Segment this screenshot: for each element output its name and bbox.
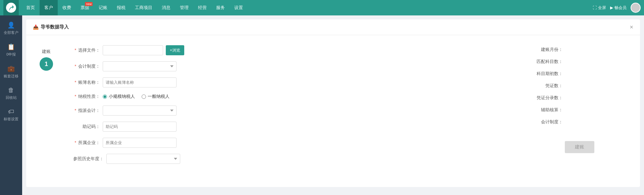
memo-input[interactable] [103,122,177,132]
content-area: 📥 导爷数据导入 × 建账 1 * 选择 [22,15,644,195]
required-mark: * [75,48,76,53]
assign-accountant-row: * 指派会计： [73,106,512,116]
nav-item-home[interactable]: 首页 [21,0,40,15]
sidebar-item-label: 回收站 [6,95,17,100]
required-mark: * [75,94,76,99]
nav-item-invoices[interactable]: 票据 new [76,0,94,15]
step-label: 建账 [42,49,51,55]
account-system2-row: 会计制度： [533,119,627,125]
sidebar-item-label: 全部客户 [4,30,18,35]
sidebar: 👤 全部客户 📋 0申报 💼 账套迁移 🗑 回收站 🏷 标签设置 [0,15,22,195]
assign-accountant-select[interactable] [103,106,177,116]
ref-history-label: 参照历史年度： [73,156,104,162]
all-customers-icon: 👤 [7,21,15,29]
ref-history-select[interactable] [106,154,180,164]
aux-accounting-row: 辅助核算： [533,107,627,113]
belong-company-label: * 所属企业： [73,140,100,146]
vip-icon: ▶ [610,5,613,10]
main-layout: 👤 全部客户 📋 0申报 💼 账套迁移 🗑 回收站 🏷 标签设置 📥 导爷 [0,15,644,195]
sidebar-item-migration[interactable]: 💼 账套迁移 [0,62,22,82]
sidebar-item-recycle[interactable]: 🗑 回收站 [0,83,22,104]
vip-btn[interactable]: ▶ 畅会员 [610,5,627,11]
voucher-count-label: 凭证数： [533,83,563,89]
match-subjects-row: 匹配科目数： [533,59,627,65]
voucher-entries-label: 凭证分录数： [533,95,563,101]
required-mark: * [75,80,76,85]
ref-history-row: 参照历史年度： [73,154,512,164]
account-system-select[interactable] [103,61,177,71]
sidebar-item-label: 0申报 [6,52,16,57]
info-section: 建账月份： 匹配科目数： 科目期初数： 凭证数： [533,45,627,164]
browse-button[interactable]: +浏览 [166,45,184,55]
nav-item-manage[interactable]: 管理 [175,0,193,15]
assign-accountant-label: * 指派会计： [73,108,100,114]
zero-report-icon: 📋 [7,43,15,51]
sidebar-item-tags[interactable]: 🏷 标签设置 [0,105,22,125]
sidebar-item-zero-report[interactable]: 📋 0申报 [0,40,22,60]
dialog-title: 📥 导爷数据导入 [33,24,69,30]
match-subjects-label: 匹配科目数： [533,59,563,65]
dialog-title-icon: 📥 [33,24,39,30]
radio-small-taxpayer[interactable]: 小规模纳税人 [103,93,135,100]
memo-row: 助记码： [73,122,512,132]
nav-item-settings[interactable]: 设置 [230,0,248,15]
voucher-count-row: 凭证数： [533,83,627,89]
account-system-label: * 会计制度： [73,63,100,69]
belong-company-row: * 所属企业： [73,138,512,148]
memo-label: 助记码： [73,124,100,130]
new-badge: new [85,2,93,6]
file-label: * 选择文件： [73,47,100,53]
radio-small-input[interactable] [103,94,107,99]
dialog-body: 建账 1 * 选择文件： +浏览 [26,35,640,174]
tags-icon: 🏷 [8,108,14,115]
radio-general-input[interactable] [142,94,146,99]
sidebar-item-label: 账套迁移 [4,74,18,79]
ledger-name-input[interactable] [103,77,177,87]
radio-general-taxpayer[interactable]: 一般纳税人 [142,93,169,100]
voucher-entries-row: 凭证分录数： [533,95,627,101]
nav-item-fees[interactable]: 收费 [58,0,76,15]
nav-items: 首页 客户 收费 票据 new 记账 报税 工商项目 消息 管理 经营 服务 设… [21,0,593,15]
build-month-row: 建账月份： [533,47,627,53]
required-mark: * [75,140,76,145]
top-nav: 首页 客户 收费 票据 new 记账 报税 工商项目 消息 管理 经营 服务 设… [0,0,644,15]
build-month-label: 建账月份： [533,47,563,53]
close-button[interactable]: × [630,24,633,30]
build-account-button[interactable]: 建账 [565,141,594,153]
dialog: 📥 导爷数据导入 × 建账 1 * 选择 [26,19,640,187]
tax-type-label: * 纳税性质： [73,93,100,100]
fullscreen-label: 全屏 [598,5,606,11]
nav-item-accounting[interactable]: 记账 [94,0,112,15]
nav-item-service[interactable]: 服务 [211,0,230,15]
vip-label: 畅会员 [614,5,627,11]
ledger-name-label: * 账簿名称： [73,79,100,85]
nav-item-customers[interactable]: 客户 [40,0,58,15]
recycle-icon: 🗑 [8,87,14,94]
file-row: * 选择文件： +浏览 [73,45,512,55]
nav-item-operation[interactable]: 经营 [193,0,211,15]
fullscreen-btn[interactable]: ⛶ 全屏 [593,5,606,11]
nav-right: ⛶ 全屏 ▶ 畅会员 [593,3,641,13]
nav-item-tax[interactable]: 报税 [112,0,130,15]
migration-icon: 💼 [7,65,15,72]
fullscreen-icon: ⛶ [593,5,597,10]
nav-item-business[interactable]: 工商项目 [130,0,157,15]
step-section: 建账 1 [40,45,53,164]
dialog-title-text: 导爷数据导入 [41,24,69,30]
radio-small-label: 小规模纳税人 [109,93,135,100]
avatar[interactable] [631,3,641,13]
nav-item-messages[interactable]: 消息 [157,0,175,15]
dialog-header: 📥 导爷数据导入 × [26,19,640,35]
sidebar-item-label: 标签设置 [4,117,18,122]
logo[interactable] [3,0,19,15]
belong-company-input[interactable] [103,138,177,148]
account-system-row: * 会计制度： [73,61,512,71]
file-input[interactable] [103,45,163,55]
build-btn-container: 建账 [533,138,627,153]
form-section: * 选择文件： +浏览 * 会计制度： [73,45,512,164]
tax-type-row: * 纳税性质： 小规模纳税人 一般纳税人 [73,93,512,100]
account-system2-label: 会计制度： [533,119,563,125]
sidebar-item-all-customers[interactable]: 👤 全部客户 [0,18,22,39]
tax-radio-group: 小规模纳税人 一般纳税人 [103,93,169,100]
ledger-name-row: * 账簿名称： [73,77,512,87]
